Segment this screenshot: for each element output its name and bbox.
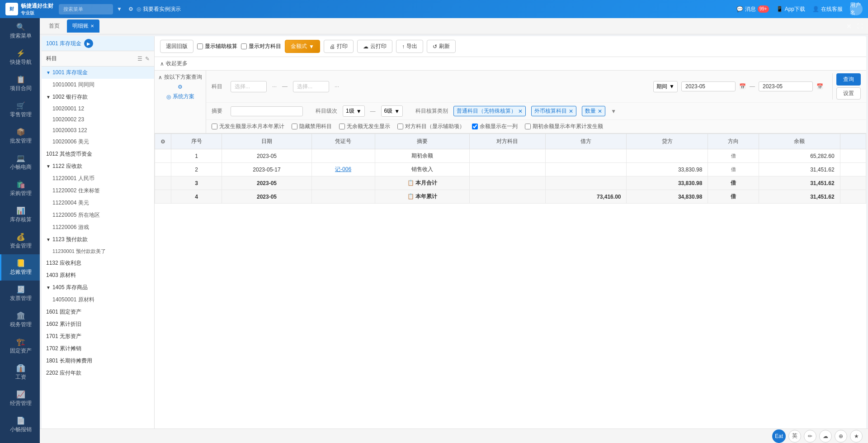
tree-item-11220002[interactable]: 11220002 住来标签 [42,185,154,197]
sidebar-item-inventory[interactable]: 📊 库存核算 [0,202,40,228]
account-dots[interactable]: ··· [272,83,277,90]
tree-item-1801[interactable]: 1801 长期待摊费用 [42,355,154,367]
filter-icon-btn[interactable]: ⚙ [178,84,183,90]
check-contra[interactable]: 对方科目（显示辅助项） [397,123,465,130]
check-contra-input[interactable] [397,124,403,129]
tree-item-11220004[interactable]: 11220004 美元 [42,197,154,209]
demo-link[interactable]: ◎ 我要看实例演示 [137,5,181,13]
star-btn[interactable]: ★ [850,430,863,443]
tree-item-11230001[interactable]: 11230001 预付款款美了 [42,246,154,257]
topbar-dropdown[interactable]: ▼ [117,6,122,12]
sidebar-item-ecommerce[interactable]: 💻 小畅电商 [0,149,40,176]
window-maximize-btn[interactable]: ⛶ [855,22,864,31]
check-no-balance[interactable]: 无发生额显示本月本年累计 [212,123,284,130]
export-btn[interactable]: ↑ 导出 [396,40,423,53]
topbar-search[interactable]: 搜索菜单 [59,4,113,14]
tab-ledger[interactable]: 明细账 ✕ [67,19,99,33]
refresh-btn[interactable]: ↺ 刷新 [427,40,456,53]
check-no-amount-input[interactable] [339,124,345,129]
tree-item-1602[interactable]: 1602 累计折旧 [42,318,154,330]
tab-home[interactable]: 首页 [43,19,65,33]
sidebar-item-retail[interactable]: 🛒 零售管理 [0,97,40,123]
summary-input[interactable] [231,106,303,116]
cloud-sync-btn[interactable]: ☁ [819,430,832,443]
row3-settings[interactable] [155,176,171,190]
show-aux-check[interactable]: 显示辅助核算 [197,43,237,50]
tree-item-11220006[interactable]: 11220006 游戏 [42,221,154,233]
eat-btn[interactable]: Eat [772,429,786,443]
check-initial-input[interactable] [525,124,531,129]
check-no-balance-input[interactable] [212,124,217,129]
category-dropdown[interactable]: ▼ [611,108,616,114]
check-initial[interactable]: 期初余额显示本年累计发生额 [525,123,603,130]
sidebar-item-general[interactable]: 📒 总账管理 [0,254,40,281]
online-service-btn[interactable]: 👤 在线客服 [812,5,843,13]
check-balance-col-input[interactable] [472,124,478,129]
show-contra-check[interactable]: 显示对方科目 [241,43,281,50]
row4-settings[interactable] [155,190,171,204]
row2-voucher[interactable]: 记-006 [311,163,375,176]
sidebar-item-search[interactable]: 🔍 搜索菜单 [0,18,40,44]
account-end-input[interactable]: 选择... [293,81,329,92]
tree-item-10020001[interactable]: 10020001 12 [42,103,154,114]
tree-item-1405[interactable]: ▼1405 库存商品 [42,281,154,294]
check-hide-disabled[interactable]: 隐藏禁用科目 [292,123,332,130]
account-navigate-btn[interactable]: ▶ [84,39,93,48]
period-calendar-icon[interactable]: 📅 [739,83,746,90]
tree-item-1702[interactable]: 1702 累计摊销 [42,343,154,355]
row1-settings[interactable] [155,149,171,163]
app-download-btn[interactable]: 📱 App下载 [776,5,805,13]
level-from-select[interactable]: 1级 ▼ [343,105,365,117]
edit-btn[interactable]: ✏ [804,430,816,443]
tree-item-1701[interactable]: 1701 无形资产 [42,330,154,343]
tree-item-1123[interactable]: ▼1123 预付款款 [42,233,154,246]
sidebar-item-ops[interactable]: 📈 经营管理 [0,386,40,412]
user-avatar[interactable]: 用户名 [850,3,863,15]
tag-foreign-close[interactable]: ✕ [569,108,573,114]
tag-ordinary-close[interactable]: ✕ [518,108,523,114]
th-settings[interactable]: ⚙ [155,134,171,149]
tree-item-11220005[interactable]: 11220005 所在地区 [42,209,154,221]
sidebar-item-wholesale[interactable]: 📦 批发管理 [0,123,40,149]
check-hide-disabled-input[interactable] [292,124,297,129]
tree-expand-icon[interactable]: ☰ [137,56,142,62]
tree-item-1001[interactable]: ▼1001 库存现金 [42,67,154,79]
tree-item-1002[interactable]: ▼1002 银行存款 [42,91,154,103]
sidebar-item-tax[interactable]: 🏛️ 税务管理 [0,307,40,333]
period-start-input[interactable] [681,81,736,91]
window-close-btn[interactable]: ✕ [844,22,854,31]
row2-settings[interactable] [155,163,171,176]
sidebar-item-purchase[interactable]: 🛍️ 采购管理 [0,176,40,202]
sidebar-item-hr[interactable]: 👔 工资 [0,359,40,386]
sidebar-item-report[interactable]: 📄 小畅报销 [0,412,40,438]
tree-filter-icon[interactable]: ✎ [145,56,150,62]
sidebar-item-quicknav[interactable]: ⚡ 快捷导航 [0,44,40,71]
tab-ledger-close[interactable]: ✕ [90,24,94,29]
tree-item-1122[interactable]: ▼1122 应收款 [42,160,154,172]
check-no-amount[interactable]: 无余额无发生显示 [339,123,390,130]
account-dots2[interactable]: ··· [335,83,339,90]
gold-mode-btn[interactable]: 金额式 ▼ [285,40,320,53]
tag-quantity-close[interactable]: ✕ [598,108,602,114]
tree-item-1012[interactable]: 1012 其他货币资金 [42,148,154,160]
tree-item-10010001[interactable]: 10010001 同同同 [42,79,154,91]
lang-btn[interactable]: 英 [788,430,801,443]
show-contra-checkbox[interactable] [241,43,247,49]
topbar-settings-icon[interactable]: ⚙ [126,4,137,14]
sidebar-item-base[interactable]: ℹ️ 基础信息 [0,438,40,443]
sidebar-item-project[interactable]: 📋 项目合同 [0,71,40,97]
tree-item-1601[interactable]: 1601 固定资产 [42,306,154,318]
check-balance-col[interactable]: 余额显示在一列 [472,123,518,130]
tag-quantity[interactable]: 数量 ✕ [582,106,605,116]
tag-ordinary[interactable]: 普通科目（无特殊核算） ✕ [453,106,526,116]
sidebar-item-capital[interactable]: 💰 资金管理 [0,228,40,254]
cloud-print-btn[interactable]: ☁ 云打印 [357,40,392,53]
sidebar-item-asset[interactable]: 🏗️ 固定资产 [0,333,40,359]
period-type-select[interactable]: 期间 ▼ [653,81,678,92]
show-aux-checkbox[interactable] [197,43,203,49]
tree-item-10020003[interactable]: 10020003 122 [42,125,154,136]
tag-foreign[interactable]: 外币核算科目 ✕ [531,106,576,116]
collapse-more-btn[interactable]: ∧ 收起更多 [160,60,188,67]
return-old-btn[interactable]: 退回旧版 [160,40,193,53]
tree-item-10020002[interactable]: 10020002 23 [42,114,154,125]
